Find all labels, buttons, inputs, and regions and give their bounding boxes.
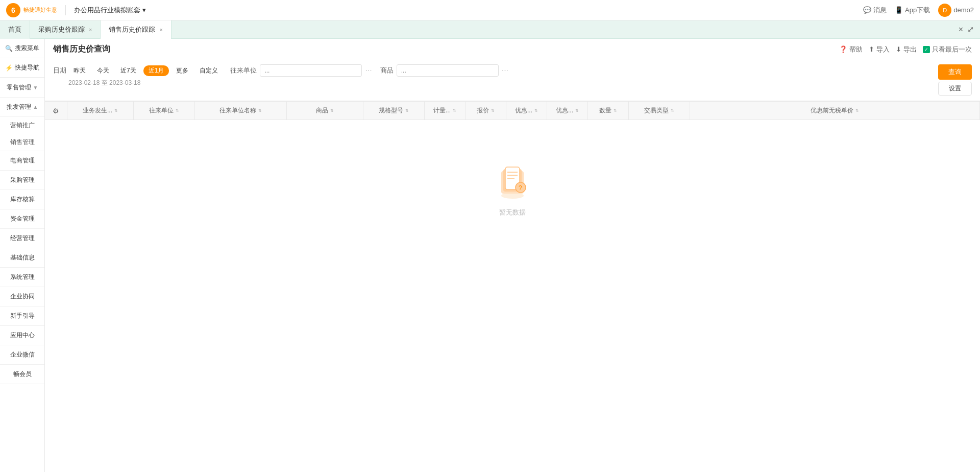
th-qty-sort-icon: ⇅	[614, 108, 617, 113]
export-btn[interactable]: ⬇ 导出	[896, 45, 917, 54]
sidebar-item-sales-mgmt[interactable]: 销售管理	[0, 134, 44, 151]
th-spec-sort-icon: ⇅	[405, 108, 409, 113]
goods-more-icon[interactable]: ···	[502, 66, 508, 75]
sidebar-item-ecom-mgmt[interactable]: 电商管理	[0, 151, 44, 171]
th-discount2-label: 优惠...	[556, 106, 573, 115]
sidebar-item-quick-nav-label: 快捷导航	[15, 63, 39, 72]
sidebar-item-retail-mgmt[interactable]: 零售管理 ▼	[0, 78, 44, 98]
sidebar-item-purchase-mgmt-label: 采购管理	[10, 176, 35, 184]
filter-row-1: 日期 昨天 今天 近7天 近1月 更多 自定义 往来单位	[53, 64, 930, 77]
tab-bar-actions: × ⤢	[959, 25, 980, 34]
tab-sales-history[interactable]: 销售历史价跟踪 ×	[101, 20, 171, 39]
th-goods[interactable]: 商品 ⇅	[287, 102, 363, 120]
sidebar-item-wholesale-mgmt-label: 批发管理	[7, 103, 31, 111]
th-price-sort-icon: ⇅	[491, 108, 495, 113]
only-last-checkbox[interactable]: ✓	[923, 46, 930, 53]
date-btn-today[interactable]: 今天	[93, 65, 113, 76]
table-container: ⚙ 业务发生... ⇅ 往来单位 ⇅ 往来单位名称 ⇅ 商品 ⇅	[45, 101, 980, 472]
sidebar-item-base-info[interactable]: 基础信息	[0, 248, 44, 268]
th-discount1[interactable]: 优惠... ⇅	[506, 102, 547, 120]
sidebar-item-inventory-mgmt[interactable]: 库存核算	[0, 190, 44, 209]
th-partner-name[interactable]: 往来单位名称 ⇅	[195, 102, 287, 120]
sidebar-item-search-menu[interactable]: 🔍 搜索菜单	[0, 39, 44, 58]
date-btn-1month[interactable]: 近1月	[143, 65, 169, 76]
sidebar-item-finance-mgmt[interactable]: 资金管理	[0, 209, 44, 229]
th-discount2[interactable]: 优惠... ⇅	[547, 102, 588, 120]
th-discount2-sort-icon: ⇅	[575, 108, 579, 113]
th-price[interactable]: 报价 ⇅	[465, 102, 506, 120]
empty-state-text: 暂无数据	[499, 208, 526, 217]
sidebar-item-enterprise-wechat[interactable]: 企业微信	[0, 345, 44, 365]
filter-left: 日期 昨天 今天 近7天 近1月 更多 自定义 往来单位	[53, 64, 930, 87]
th-biz-date[interactable]: 业务发生... ⇅	[67, 102, 134, 120]
company-dropdown[interactable]: 办公用品行业模拟账套 ▾	[74, 6, 146, 15]
date-range-text: 2023-02-18 至 2023-03-18	[68, 79, 140, 86]
content-area: 销售历史价查询 ❓ 帮助 ⬆ 导入 ⬇ 导出 ✓	[45, 39, 980, 472]
date-btn-custom[interactable]: 自定义	[195, 65, 222, 76]
tab-sales-history-label: 销售历史价跟踪	[109, 25, 155, 34]
message-icon: 💬	[863, 6, 871, 14]
partner-input[interactable]	[260, 64, 362, 77]
sidebar-item-enterprise-collab[interactable]: 企业协同	[0, 287, 44, 306]
th-partner-code[interactable]: 往来单位 ⇅	[134, 102, 195, 120]
th-notax-price[interactable]: 优惠前无税单价 ⇅	[690, 102, 980, 120]
tab-purchase-history[interactable]: 采购历史价跟踪 ×	[30, 20, 101, 39]
th-qty[interactable]: 数量 ⇅	[588, 102, 629, 120]
sidebar-item-retail-mgmt-label: 零售管理	[7, 83, 31, 92]
date-filter-group: 日期 昨天 今天 近7天 近1月 更多 自定义	[53, 65, 222, 76]
goods-label: 商品	[380, 66, 394, 75]
app-download-label: App下载	[905, 6, 930, 15]
tab-home[interactable]: 首页	[0, 20, 30, 39]
tab-purchase-history-close[interactable]: ×	[89, 27, 92, 33]
query-btn[interactable]: 查询	[938, 64, 972, 80]
th-discount1-label: 优惠...	[515, 106, 532, 115]
th-unit[interactable]: 计量... ⇅	[425, 102, 465, 120]
th-partner-name-label: 往来单位名称	[219, 106, 256, 115]
import-label: 导入	[876, 45, 890, 54]
table-header: ⚙ 业务发生... ⇅ 往来单位 ⇅ 往来单位名称 ⇅ 商品 ⇅	[45, 102, 980, 120]
sidebar-item-app-center[interactable]: 应用中心	[0, 326, 44, 345]
sidebar-item-base-info-label: 基础信息	[10, 253, 35, 262]
svg-text:?: ?	[519, 184, 522, 192]
th-spec-label: 规格型号	[379, 106, 403, 115]
th-trade-type[interactable]: 交易类型 ⇅	[629, 102, 690, 120]
table-settings-btn[interactable]: ⚙	[45, 102, 67, 120]
th-qty-label: 数量	[599, 106, 611, 115]
sidebar-item-quick-nav[interactable]: ⚡ 快捷导航	[0, 58, 44, 78]
sidebar-item-newbie-guide[interactable]: 新手引导	[0, 306, 44, 326]
import-icon: ⬆	[869, 45, 874, 53]
tab-sales-history-close[interactable]: ×	[159, 27, 162, 33]
message-btn[interactable]: 💬 消息	[863, 6, 887, 15]
sidebar-item-system-mgmt[interactable]: 系统管理	[0, 268, 44, 287]
empty-state: ? 暂无数据	[45, 120, 980, 258]
th-goods-label: 商品	[316, 106, 328, 115]
empty-state-icon: ?	[492, 161, 533, 202]
goods-input[interactable]	[397, 64, 499, 77]
search-menu-icon: 🔍	[5, 45, 13, 52]
th-goods-sort-icon: ⇅	[330, 108, 334, 113]
expand-btn[interactable]: ⤢	[967, 25, 974, 34]
only-last-checkbox-group[interactable]: ✓ 只看最后一次	[923, 45, 972, 54]
import-btn[interactable]: ⬆ 导入	[869, 45, 890, 54]
date-label: 日期	[53, 66, 66, 75]
date-btn-more[interactable]: 更多	[172, 65, 192, 76]
th-spec[interactable]: 规格型号 ⇅	[363, 102, 425, 120]
date-btn-7days[interactable]: 近7天	[116, 65, 140, 76]
user-profile[interactable]: D demo2	[938, 4, 974, 17]
app-download-btn[interactable]: 📱 App下载	[895, 6, 930, 15]
help-btn[interactable]: ❓ 帮助	[839, 45, 863, 54]
partner-more-icon[interactable]: ···	[365, 66, 372, 75]
sidebar-item-marketing-promo[interactable]: 营销推广	[0, 117, 44, 134]
settings-btn[interactable]: 设置	[938, 82, 972, 96]
sidebar-item-operation-mgmt[interactable]: 经营管理	[0, 229, 44, 248]
sidebar-item-wholesale-mgmt[interactable]: 批发管理 ▲	[0, 98, 44, 117]
th-notax-price-label: 优惠前无税单价	[811, 106, 853, 115]
th-unit-sort-icon: ⇅	[453, 108, 456, 113]
sidebar-item-member[interactable]: 畅会员	[0, 365, 44, 384]
date-btn-yesterday[interactable]: 昨天	[69, 65, 90, 76]
sidebar-item-purchase-mgmt[interactable]: 采购管理	[0, 171, 44, 190]
th-discount1-sort-icon: ⇅	[534, 108, 538, 113]
page-actions: ❓ 帮助 ⬆ 导入 ⬇ 导出 ✓ 只看最后一次	[839, 45, 972, 54]
filter-area: 日期 昨天 今天 近7天 近1月 更多 自定义 往来单位	[45, 59, 980, 101]
close-all-tabs-btn[interactable]: ×	[959, 25, 963, 34]
